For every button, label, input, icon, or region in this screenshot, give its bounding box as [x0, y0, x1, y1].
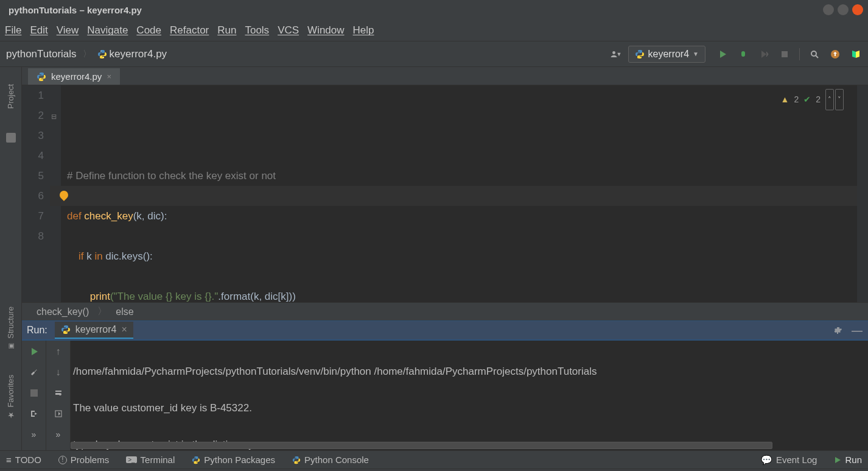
- down-icon[interactable]: ↓: [52, 366, 65, 378]
- python-icon: [37, 72, 46, 82]
- search-icon[interactable]: [808, 48, 821, 60]
- breadcrumb-project[interactable]: pythonTutorials: [6, 48, 77, 60]
- minimize-panel-icon[interactable]: —: [851, 324, 863, 336]
- menu-file[interactable]: File: [5, 24, 21, 37]
- event-log-tool[interactable]: 💬Event Log: [761, 455, 817, 466]
- menu-tools[interactable]: Tools: [245, 24, 269, 37]
- python-icon: [192, 456, 200, 464]
- fold-icon[interactable]: ⊟: [51, 107, 57, 127]
- run-toolbar-col1: »: [22, 341, 46, 450]
- chat-icon: 💬: [761, 455, 772, 466]
- ide-features-icon[interactable]: [850, 48, 862, 60]
- gear-icon[interactable]: [831, 324, 844, 336]
- python-icon: [635, 49, 645, 59]
- run-icon[interactable]: [716, 48, 729, 60]
- up-icon[interactable]: ↑: [52, 345, 65, 358]
- menu-code[interactable]: Code: [136, 24, 161, 37]
- context-function[interactable]: check_key(): [37, 306, 89, 317]
- maximize-button[interactable]: [838, 4, 849, 15]
- code-content[interactable]: ▲2 ✔2 ˄˅ # Define function to check the …: [61, 85, 857, 302]
- run-header: Run: keyerror4 × —: [22, 321, 868, 341]
- update-icon[interactable]: [829, 48, 841, 60]
- menu-navigate[interactable]: Navigate: [87, 24, 128, 37]
- wrench-icon[interactable]: [28, 366, 40, 378]
- run-tab[interactable]: keyerror4 ×: [55, 322, 133, 339]
- tool-project[interactable]: Project: [6, 84, 15, 108]
- workspace: Project ▣Structure ★Favorites keyerror4.…: [0, 67, 868, 450]
- svg-point-3: [811, 51, 816, 56]
- code-editor[interactable]: 1 2 3 4 5 6 7 8 ⊟ ⊟ ▲2 ✔2 ˄˅ # Def: [22, 85, 868, 302]
- run-tool-window: Run: keyerror4 × — »: [22, 320, 868, 450]
- terminal-icon: >_: [126, 456, 136, 463]
- stop-icon[interactable]: [779, 48, 791, 60]
- bottom-tool-bar: ≡TODO !Problems >_Terminal Python Packag…: [0, 450, 868, 469]
- run-label: Run:: [27, 325, 47, 336]
- close-button[interactable]: [852, 4, 863, 15]
- chevron-down-icon: ▼: [693, 51, 699, 57]
- more-icon[interactable]: »: [28, 428, 40, 441]
- problems-tool[interactable]: !Problems: [58, 455, 109, 465]
- line-gutter: 1 2 3 4 5 6 7 8: [22, 85, 50, 302]
- user-icon[interactable]: ▼: [610, 48, 622, 60]
- next-issue-icon[interactable]: ˅: [835, 89, 844, 110]
- python-icon: [292, 456, 301, 464]
- navigation-bar: pythonTutorials 〉 keyerror4.py ▼ keyerro…: [0, 41, 868, 67]
- list-icon: ≡: [6, 455, 12, 465]
- window-titlebar: pythonTutorials – keyerror4.py: [0, 0, 868, 19]
- menu-run[interactable]: Run: [217, 24, 236, 37]
- context-statement[interactable]: else: [116, 306, 133, 317]
- svg-point-0: [100, 51, 101, 51]
- scroll-end-icon[interactable]: [52, 408, 65, 420]
- inspection-widget[interactable]: ▲2 ✔2 ˄˅: [781, 89, 844, 110]
- horizontal-scrollbar[interactable]: [71, 442, 772, 449]
- run-config-selector[interactable]: keyerror4 ▼: [628, 46, 705, 63]
- minimize-button[interactable]: [823, 4, 834, 15]
- editor-tab-active[interactable]: keyerror4.py ×: [28, 68, 120, 85]
- tool-structure[interactable]: ▣Structure: [6, 306, 15, 350]
- project-files-icon[interactable]: [6, 133, 16, 143]
- menu-help[interactable]: Help: [353, 24, 374, 37]
- tab-close-icon[interactable]: ×: [121, 324, 127, 335]
- menu-window[interactable]: Window: [307, 24, 344, 37]
- debug-icon[interactable]: [737, 48, 749, 60]
- stop-icon[interactable]: [28, 387, 40, 399]
- python-icon: [61, 325, 71, 335]
- editor-scrollbar[interactable]: [857, 85, 868, 302]
- left-tool-strip: Project ▣Structure ★Favorites: [0, 67, 22, 450]
- python-icon: [97, 49, 107, 59]
- svg-point-1: [103, 57, 103, 57]
- run-toolbar-col2: ↑ ↓ »: [46, 341, 71, 450]
- window-title: pythonTutorials – keyerror4.py: [5, 5, 142, 15]
- menu-vcs[interactable]: VCS: [278, 24, 299, 37]
- breadcrumb-file[interactable]: keyerror4.py: [97, 48, 167, 60]
- terminal-tool[interactable]: >_Terminal: [126, 455, 175, 465]
- packages-tool[interactable]: Python Packages: [192, 455, 275, 465]
- editor-tabs: keyerror4.py ×: [22, 67, 868, 85]
- info-icon: !: [58, 456, 67, 464]
- menu-edit[interactable]: Edit: [30, 24, 47, 37]
- menu-refactor[interactable]: Refactor: [170, 24, 209, 37]
- todo-tool[interactable]: ≡TODO: [6, 455, 41, 465]
- rerun-icon[interactable]: [28, 345, 40, 358]
- tab-close-icon[interactable]: ×: [107, 72, 111, 81]
- status-bar: 6:1 LF UTF-8 4 spaces Python 3.8 (python…: [0, 469, 868, 471]
- menu-view[interactable]: View: [57, 24, 79, 37]
- check-icon: ✔: [803, 90, 811, 110]
- svg-rect-5: [30, 389, 38, 397]
- python-console-tool[interactable]: Python Console: [292, 455, 369, 465]
- more-icon[interactable]: »: [52, 428, 65, 441]
- tool-favorites[interactable]: ★Favorites: [6, 375, 15, 420]
- exit-icon[interactable]: [28, 408, 40, 420]
- warning-icon: ▲: [781, 90, 789, 110]
- run-coverage-icon[interactable]: [758, 48, 770, 60]
- prev-issue-icon[interactable]: ˄: [825, 89, 834, 110]
- softwrap-icon[interactable]: [52, 387, 65, 399]
- window-controls: [823, 4, 863, 15]
- editor-area: keyerror4.py × 1 2 3 4 5 6 7 8 ⊟ ⊟ ▲2: [22, 67, 868, 450]
- menu-bar: File Edit View Navigate Code Refactor Ru…: [0, 19, 868, 41]
- run-tool[interactable]: Run: [834, 455, 862, 465]
- svg-rect-2: [782, 51, 788, 57]
- breadcrumb-separator: 〉: [83, 49, 91, 60]
- context-breadcrumb: check_key() 〉 else: [22, 302, 868, 320]
- console-output[interactable]: /home/fahmida/PycharmProjects/pythonTuto…: [71, 341, 868, 450]
